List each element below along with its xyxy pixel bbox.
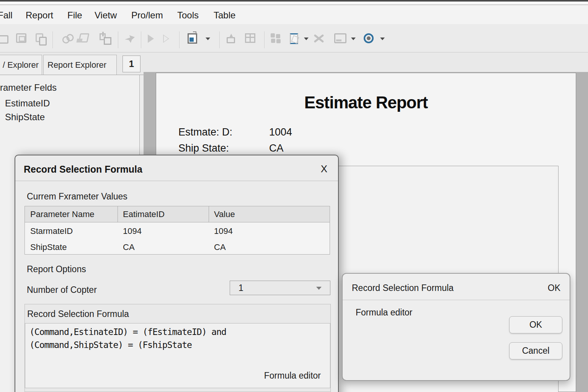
- tree-item-estimateid[interactable]: EstimateID: [5, 98, 50, 109]
- toolbar-separator: [141, 31, 141, 48]
- toolbar-separator: [219, 31, 220, 48]
- run-outline-icon[interactable]: [163, 34, 169, 43]
- dialog-title: Record Selection Formula: [352, 283, 454, 293]
- menu-report[interactable]: Report: [26, 10, 53, 21]
- table-row-cell[interactable]: 1094: [123, 226, 142, 236]
- ok-button[interactable]: OK: [509, 316, 562, 333]
- menu-file[interactable]: File: [67, 10, 82, 21]
- save-icon[interactable]: [16, 33, 26, 43]
- chevron-down-icon: [316, 287, 322, 290]
- toolbar-separator: [264, 31, 265, 48]
- title-strip: [0, 2, 588, 5]
- dialog-divider: [343, 300, 570, 300]
- record-selection-formula-dialog: Record Selection Formula X Currem Fxrame…: [15, 155, 339, 392]
- estimate-id-value: 1004: [269, 126, 292, 138]
- record-icon[interactable]: [364, 33, 374, 43]
- report-options-heading: Report Options: [27, 264, 86, 274]
- copies-dropdown[interactable]: 1: [230, 281, 330, 295]
- tab-field-explorer-label: / Explorer: [3, 60, 39, 70]
- formula-editor-label: Formula editor: [356, 307, 412, 318]
- ship-state-label: Ship State:: [178, 142, 229, 154]
- formula-line-2: (Command,ShipState) = (FshipState: [29, 340, 192, 350]
- col-header-estimateid[interactable]: EatimateID: [123, 209, 165, 219]
- formula-text-area[interactable]: (Command,EstinateID) = (fEstimateID) and…: [25, 323, 330, 388]
- page-setup-icon[interactable]: [188, 33, 197, 44]
- dropdown-caret-icon[interactable]: [351, 38, 356, 40]
- tree-item-shipstate[interactable]: ShipState: [5, 112, 45, 122]
- sections-icon[interactable]: [271, 33, 281, 44]
- tab-report-explorer-label: Report Explorer: [47, 60, 106, 70]
- tab-field-explorer[interactable]: / Explorer: [0, 55, 42, 75]
- menu-table[interactable]: Table: [214, 10, 235, 21]
- formula-editor-link[interactable]: Formula editor: [264, 371, 321, 381]
- table-row-cell[interactable]: 1094: [214, 226, 233, 236]
- cancel-button[interactable]: Cancel: [509, 342, 562, 359]
- sort-icon[interactable]: [313, 33, 324, 44]
- toolbar-separator: [52, 31, 53, 48]
- ship-state-value: CA: [269, 142, 284, 154]
- estimate-id-label: Estmate: D:: [178, 126, 232, 138]
- tab-report-explorer[interactable]: Report Explorer: [43, 55, 117, 75]
- menubar: Fall Report File Vietw Pro/lem Tools Tab…: [0, 5, 588, 24]
- run-icon[interactable]: [148, 34, 154, 43]
- window-icon[interactable]: [334, 33, 346, 43]
- col-header-value[interactable]: Value: [214, 209, 235, 219]
- dialog-divider: [15, 181, 338, 181]
- tree-parameter-fields[interactable]: rameter Felds: [0, 82, 57, 93]
- grid-icon[interactable]: [245, 33, 255, 43]
- toolbar-separator: [118, 31, 118, 48]
- table-row-cell[interactable]: StarmateID: [30, 226, 73, 236]
- dropdown-caret-icon[interactable]: [206, 38, 210, 40]
- record-selection-formula-section: Record Selection Formula (Command,Estina…: [24, 304, 331, 392]
- col-header-parameter-name[interactable]: Parameter Name: [30, 209, 95, 219]
- formula-section-heading: Record Selection Formula: [27, 309, 129, 319]
- toolbar-separator: [179, 31, 180, 48]
- menu-problem[interactable]: Pro/lem: [131, 10, 163, 21]
- export-icon[interactable]: [78, 33, 89, 42]
- design-icon[interactable]: [227, 37, 235, 43]
- app-window: Fall Report File Vietw Pro/lem Tools Tab…: [0, 0, 588, 392]
- parameter-table: Parameter Name EatimateID Value Starmate…: [24, 206, 330, 255]
- print-icon[interactable]: [0, 35, 8, 44]
- dropdown-caret-icon[interactable]: [304, 38, 309, 40]
- table-row-cell[interactable]: CA: [123, 242, 135, 252]
- copies-dropdown-value: 1: [238, 283, 243, 293]
- formula-line-1: (Command,EstinateID) = (fEstimateID) and: [29, 327, 226, 337]
- number-of-copies-label: Number of Copter: [27, 285, 97, 295]
- close-icon[interactable]: X: [321, 163, 327, 175]
- page-number-tab[interactable]: 1: [122, 56, 140, 72]
- column-divider: [118, 206, 118, 222]
- current-parameter-values-heading: Currem Fxrameter Values: [27, 191, 127, 202]
- dropdown-caret-icon[interactable]: [380, 38, 385, 40]
- titlebar-ok-label[interactable]: OK: [548, 283, 560, 293]
- table-row-cell[interactable]: CA: [214, 242, 226, 252]
- dialog-title: Record Selection Formula: [24, 164, 142, 175]
- report-title: Estimate Report: [156, 93, 576, 112]
- column-divider: [209, 206, 209, 222]
- table-row-cell[interactable]: ShipState: [30, 242, 67, 252]
- insert-object-icon[interactable]: [100, 33, 106, 40]
- menu-view[interactable]: Vietw: [95, 10, 117, 21]
- highlight-icon[interactable]: [290, 33, 298, 44]
- menu-fall[interactable]: Fall: [0, 10, 13, 21]
- menu-tools[interactable]: Tools: [177, 10, 199, 21]
- formula-confirm-dialog: Record Selection Formula OK Formula edit…: [342, 273, 570, 381]
- copy-icon[interactable]: [36, 33, 43, 42]
